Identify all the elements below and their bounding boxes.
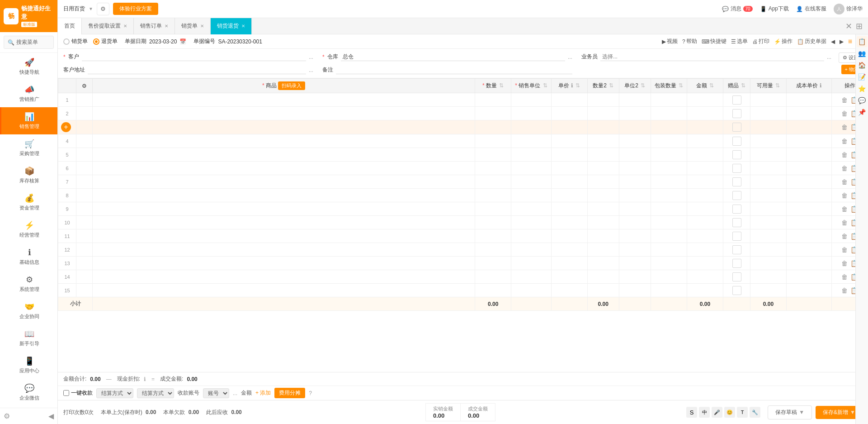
- row-product[interactable]: [93, 93, 475, 107]
- row-avail[interactable]: [750, 93, 787, 107]
- row-avail[interactable]: [750, 107, 787, 120]
- address-select-icon[interactable]: ...: [309, 67, 313, 73]
- save-new-dropdown-icon[interactable]: ▼: [850, 409, 855, 415]
- discount-info-icon[interactable]: ℹ: [144, 376, 146, 382]
- row-avail[interactable]: [750, 120, 787, 134]
- customer-select-icon[interactable]: ...: [309, 54, 313, 60]
- delete-row-icon[interactable]: 🗑: [841, 178, 848, 186]
- row-pkg[interactable]: [651, 120, 687, 134]
- amount-sort-icon[interactable]: ⇅: [709, 82, 714, 89]
- gift-checkbox[interactable]: [732, 150, 741, 159]
- product-edit-input[interactable]: [95, 124, 472, 130]
- fee-help-icon[interactable]: ?: [309, 390, 312, 396]
- row-gift[interactable]: [723, 107, 750, 120]
- row-qty[interactable]: [475, 107, 511, 120]
- gift-checkbox[interactable]: [732, 164, 741, 173]
- pay-checkbox-input[interactable]: [63, 390, 69, 396]
- toolbar-history[interactable]: 📋 历史单据: [797, 38, 826, 45]
- toolbar-print[interactable]: 🖨 打印: [752, 38, 769, 45]
- emoji-icon[interactable]: 😊: [724, 407, 735, 418]
- right-action-star[interactable]: ⭐: [857, 83, 868, 94]
- account-dots[interactable]: ...: [233, 390, 237, 396]
- toolbar-view1-btn[interactable]: ≡: [848, 38, 852, 46]
- th-settings[interactable]: ⚙: [76, 79, 93, 93]
- sidebar-item-inventory[interactable]: 📦 库存核算: [0, 162, 57, 189]
- sidebar-item-finance[interactable]: 💰 资金管理: [0, 189, 57, 216]
- gift-checkbox[interactable]: [732, 123, 741, 132]
- delete-row-icon[interactable]: 🗑: [841, 233, 848, 240]
- search-menu-button[interactable]: 🔍 搜索菜单: [4, 36, 54, 49]
- messages-button[interactable]: 💬 消息 70: [722, 5, 753, 13]
- delete-row-icon[interactable]: 🗑: [841, 273, 848, 281]
- tab-sales-delivery[interactable]: 销货单 ✕: [175, 18, 211, 34]
- calc-method-select[interactable]: 结算方式: [137, 388, 174, 398]
- gift-checkbox[interactable]: [732, 272, 741, 281]
- sidebar-item-guide[interactable]: 📖 新手引导: [0, 324, 57, 352]
- row-unit2[interactable]: [619, 107, 651, 120]
- return-type-radio[interactable]: 退货单: [93, 38, 118, 45]
- sidebar-collapse-button[interactable]: ◀: [48, 412, 54, 420]
- row-qty[interactable]: [475, 93, 511, 107]
- right-action-pin[interactable]: 📌: [857, 107, 868, 118]
- gift-checkbox[interactable]: [732, 205, 741, 214]
- online-service-button[interactable]: 👤 在线客服: [796, 5, 826, 13]
- sidebar-item-sales[interactable]: 📊 销售管理: [0, 107, 57, 134]
- add-row-plus-icon[interactable]: +: [61, 122, 71, 132]
- warehouse-select-icon[interactable]: ...: [568, 54, 572, 60]
- payment-method-select[interactable]: 结算方式: [96, 388, 133, 398]
- fee-split-button[interactable]: 费用分摊: [274, 388, 305, 398]
- zh-icon[interactable]: 中: [699, 407, 710, 418]
- row-gift[interactable]: [723, 93, 750, 107]
- right-action-active[interactable]: 📋: [857, 36, 868, 47]
- gift-sort-icon[interactable]: ⇅: [741, 82, 745, 89]
- save-draft-dropdown-icon[interactable]: ▼: [799, 409, 804, 415]
- sidebar-item-purchase[interactable]: 🛒 采购管理: [0, 134, 57, 162]
- row-qty2[interactable]: [587, 120, 619, 134]
- price-info-icon[interactable]: ℹ: [571, 82, 573, 89]
- sidebar-item-enterprise[interactable]: 🤝 企业协同: [0, 297, 57, 324]
- sidebar-item-quick-nav[interactable]: 🚀 快捷导航: [0, 53, 57, 80]
- gift-checkbox[interactable]: [732, 259, 741, 268]
- right-action-chat[interactable]: 💬: [857, 95, 868, 106]
- right-action-note[interactable]: 📝: [857, 71, 868, 82]
- translate-icon[interactable]: T: [737, 407, 748, 418]
- tab-sales-order-close[interactable]: ✕: [165, 24, 168, 29]
- unit-sort-icon[interactable]: ⇅: [543, 82, 547, 89]
- mic-icon[interactable]: 🎤: [712, 407, 722, 418]
- toolbar-video[interactable]: ▶ 视频: [662, 38, 678, 45]
- row-unit2[interactable]: [619, 93, 651, 107]
- avail-sort-icon[interactable]: ⇅: [775, 82, 780, 89]
- delete-row-icon[interactable]: 🗑: [841, 165, 848, 172]
- tab-sales-return-close[interactable]: ✕: [241, 24, 245, 29]
- row-pkg[interactable]: [651, 93, 687, 107]
- user-profile-button[interactable]: 人 徐泽华: [834, 4, 863, 14]
- gift-checkbox[interactable]: [732, 177, 741, 186]
- gift-checkbox[interactable]: [732, 245, 741, 254]
- row-qty[interactable]: [475, 120, 511, 134]
- row-gift[interactable]: [723, 120, 750, 134]
- delete-row-icon[interactable]: 🗑: [841, 192, 848, 199]
- gift-checkbox[interactable]: [732, 218, 741, 227]
- toolbar-help[interactable]: ? 帮助: [682, 38, 697, 45]
- toolbar-shortcut[interactable]: ⌨ 快捷键: [702, 38, 726, 45]
- row-amount[interactable]: [687, 107, 723, 120]
- row-unit2[interactable]: [619, 120, 651, 134]
- toolbar-select[interactable]: ☰ 选单: [731, 38, 748, 45]
- date-picker-icon[interactable]: 📅: [179, 38, 186, 45]
- sidebar-item-basic-info[interactable]: ℹ 基础信息: [0, 243, 57, 270]
- header-settings-button[interactable]: ⚙: [97, 3, 109, 15]
- one-click-pay-checkbox[interactable]: 一键收款: [63, 389, 93, 397]
- toolbar-operations[interactable]: ⚡ 操作: [774, 38, 793, 45]
- gift-checkbox[interactable]: [732, 95, 741, 105]
- row-price[interactable]: [551, 107, 587, 120]
- row-unit[interactable]: [511, 93, 551, 107]
- right-action-users[interactable]: 👥: [857, 48, 868, 59]
- trial-plan-button[interactable]: 体验行业方案: [113, 3, 158, 15]
- gift-checkbox[interactable]: [732, 232, 741, 241]
- row-product-edit[interactable]: [93, 120, 475, 134]
- sale-type-radio[interactable]: 销货单: [63, 38, 88, 45]
- delete-row-icon[interactable]: 🗑: [841, 246, 848, 253]
- row-amount[interactable]: [687, 120, 723, 134]
- delete-row-icon[interactable]: 🗑: [841, 287, 848, 294]
- delete-row-icon[interactable]: 🗑: [841, 219, 848, 226]
